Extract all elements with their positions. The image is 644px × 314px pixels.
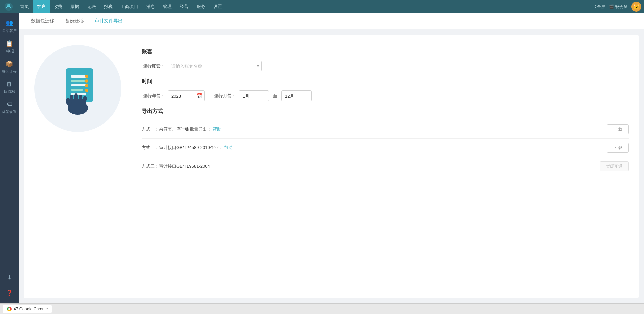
- page-content: 账套 选择账套： ▾ 时间 选择年份： 📅: [24, 35, 639, 298]
- export-label-3: 方式三：审计接口GB/T19581-2004: [142, 163, 210, 169]
- nav-service[interactable]: 服务: [193, 0, 209, 13]
- account-section-title: 账套: [142, 48, 629, 55]
- start-month-select[interactable]: 1月2月3月4月 5月6月7月8月 9月10月11月12月: [239, 90, 269, 101]
- sidebar-item-tag-settings[interactable]: 🏷 标签设置: [0, 98, 19, 118]
- form-container: 账套 选择账套： ▾ 时间 选择年份： 📅: [34, 45, 629, 175]
- chrome-icon: [7, 307, 12, 311]
- account-input[interactable]: [168, 61, 262, 71]
- export-row-1: 方式一：余额表、序时账批量导出： 帮助 下 载: [142, 120, 629, 139]
- nav-customer[interactable]: 客户: [33, 0, 50, 13]
- download-btn-1[interactable]: 下 载: [607, 124, 629, 134]
- export-label-2: 方式二：审计接口GB/T24589-2010企业： 帮助: [142, 145, 233, 151]
- help-link-1[interactable]: 帮助: [213, 127, 221, 132]
- month-label: 选择月份：: [213, 93, 236, 99]
- tab-bar: 数据包迁移 备份迁移 审计文件导出: [19, 13, 644, 29]
- svg-point-1: [7, 4, 10, 7]
- end-month-select[interactable]: 1月2月3月4月 5月6月7月8月 9月10月11月12月: [281, 90, 312, 101]
- customers-icon: 👥: [6, 19, 13, 27]
- end-month-wrap: 1月2月3月4月 5月6月7月8月 9月10月11月12月: [281, 90, 312, 101]
- nav-home[interactable]: 首页: [16, 0, 33, 13]
- sidebar-item-label: 账套迁移: [2, 69, 17, 74]
- sidebar-item-label: 回收站: [4, 89, 15, 94]
- svg-point-10: [85, 84, 88, 87]
- account-input-wrap: ▾: [168, 61, 262, 71]
- fullscreen-btn[interactable]: ⛶ 全屏: [592, 4, 605, 10]
- tab-data-migration[interactable]: 数据包迁移: [25, 13, 60, 29]
- form-right: 账套 选择账套： ▾ 时间 选择年份： 📅: [142, 45, 629, 175]
- svg-rect-18: [83, 96, 87, 101]
- account-row: 选择账套： ▾: [142, 61, 629, 71]
- help-link-2[interactable]: 帮助: [224, 145, 233, 150]
- nav-business[interactable]: 工商项目: [117, 0, 142, 13]
- svg-rect-4: [71, 80, 85, 82]
- sidebar-item-account-migration[interactable]: 📦 账套迁移: [0, 57, 19, 77]
- time-section-title: 时间: [142, 78, 629, 85]
- taskbar-chrome[interactable]: 47 Google Chrome: [3, 305, 52, 313]
- nav-settings[interactable]: 设置: [209, 0, 226, 13]
- year-input[interactable]: [168, 90, 205, 101]
- time-row: 选择年份： 📅 选择月份： 1月2月3月4月 5月6月7月8月 9月10月11月…: [142, 90, 629, 101]
- sidebar: 👥 全部客户 📋 0申报 📦 账套迁移 🗑 回收站 🏷 标签设置 ⬇ ❓: [0, 13, 19, 303]
- taskbar: 47 Google Chrome: [0, 303, 644, 314]
- svg-rect-15: [70, 95, 73, 101]
- to-text: 至: [272, 93, 279, 99]
- sidebar-item-all-customers[interactable]: 👥 全部客户: [0, 16, 19, 37]
- taskbar-item-label: 47 Google Chrome: [14, 307, 48, 311]
- svg-rect-16: [74, 93, 78, 101]
- svg-rect-17: [79, 95, 82, 101]
- sidebar-item-zero-filing[interactable]: 📋 0申报: [0, 37, 19, 57]
- main-layout: 👥 全部客户 📋 0申报 📦 账套迁移 🗑 回收站 🏷 标签设置 ⬇ ❓ 数据包…: [0, 13, 644, 303]
- sidebar-item-recycle[interactable]: 🗑 回收站: [0, 77, 19, 98]
- nav-items: 首页 客户 收费 票据 记账 报税 工商项目 消息 管理 经营 服务 设置: [16, 0, 592, 13]
- export-row-3: 方式三：审计接口GB/T19581-2004 暂缓开通: [142, 157, 629, 175]
- year-label: 选择年份：: [142, 93, 165, 99]
- nav-message[interactable]: 消息: [142, 0, 159, 13]
- svg-rect-7: [71, 93, 86, 95]
- migration-icon: 📦: [6, 60, 13, 68]
- svg-point-8: [85, 75, 88, 78]
- nav-bookkeeping[interactable]: 记账: [83, 0, 100, 13]
- coming-soon-btn: 暂缓开通: [600, 161, 629, 171]
- top-navigation: 首页 客户 收费 票据 记账 报税 工商项目 消息 管理 经营 服务 设置 ⛶ …: [0, 0, 644, 13]
- nav-management[interactable]: 管理: [159, 0, 176, 13]
- sidebar-item-label: 标签设置: [2, 109, 17, 114]
- export-row-2: 方式二：审计接口GB/T24589-2010企业： 帮助 下 载: [142, 139, 629, 157]
- app-logo: [3, 1, 15, 13]
- tab-backup-migration[interactable]: 备份迁移: [60, 13, 89, 29]
- sidebar-download-btn[interactable]: ⬇: [0, 271, 19, 284]
- sidebar-help-btn[interactable]: ❓: [0, 287, 19, 299]
- content-area: 数据包迁移 备份迁移 审计文件导出: [19, 13, 644, 303]
- svg-point-9: [85, 79, 88, 83]
- nav-operation[interactable]: 经营: [176, 0, 193, 13]
- account-label: 选择账套：: [142, 63, 165, 69]
- export-section: 方式一：余额表、序时账批量导出： 帮助 下 载 方式二：审计接口GB/T2458…: [142, 120, 629, 175]
- user-avatar[interactable]: 🐱: [631, 2, 641, 12]
- download-btn-2[interactable]: 下 载: [607, 143, 629, 153]
- tag-icon: 🏷: [6, 101, 12, 108]
- export-label-1: 方式一：余额表、序时账批量导出： 帮助: [142, 126, 221, 132]
- recycle-icon: 🗑: [6, 81, 12, 88]
- svg-point-11: [85, 89, 88, 92]
- sidebar-item-label: 0申报: [5, 49, 14, 54]
- start-month-wrap: 1月2月3月4月 5月6月7月8月 9月10月11月12月: [239, 90, 269, 101]
- top-nav-right: ⛶ 全屏 🎬 畅会员 🐱: [592, 2, 641, 12]
- sidebar-bottom: ⬇ ❓: [0, 271, 19, 303]
- nav-billing[interactable]: 收费: [50, 0, 66, 13]
- nav-tax[interactable]: 报税: [100, 0, 117, 13]
- filing-icon: 📋: [6, 40, 13, 47]
- year-input-wrap: 📅: [168, 90, 205, 101]
- tab-audit-export[interactable]: 审计文件导出: [89, 13, 128, 29]
- export-section-title: 导出方式: [142, 108, 629, 115]
- member-btn[interactable]: 🎬 畅会员: [609, 4, 627, 10]
- sidebar-item-label: 全部客户: [2, 28, 17, 33]
- svg-rect-6: [71, 89, 83, 91]
- illustration: [34, 45, 121, 132]
- nav-invoice[interactable]: 票据: [66, 0, 83, 13]
